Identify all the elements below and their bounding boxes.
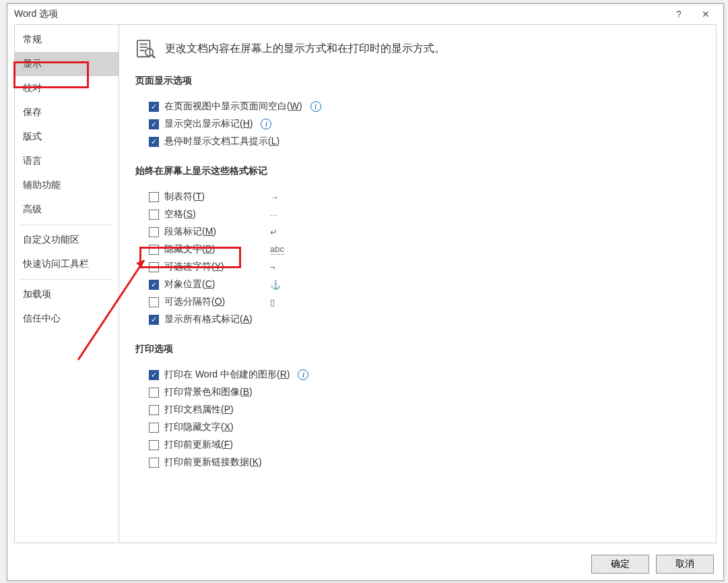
- option-row: 制表符(T)→: [135, 188, 700, 206]
- option-label[interactable]: 可选连字符(Y): [164, 261, 224, 273]
- info-icon[interactable]: i: [261, 119, 271, 129]
- option-label[interactable]: 显示所有格式标记(A): [164, 313, 253, 326]
- checkbox[interactable]: [149, 388, 159, 398]
- option-row: 悬停时显示文档工具提示(L): [135, 133, 700, 150]
- svg-line-5: [152, 55, 155, 58]
- option-label[interactable]: 打印前更新链接数据(K): [164, 456, 262, 468]
- option-label[interactable]: 可选分隔符(O): [164, 296, 225, 308]
- option-label[interactable]: 打印在 Word 中创建的图形(R): [164, 369, 290, 381]
- option-label[interactable]: 制表符(T): [164, 191, 205, 203]
- group-title: 页面显示选项: [135, 75, 700, 87]
- option-row: 可选分隔符(O)▯: [135, 293, 700, 311]
- nav-item-版式[interactable]: 版式: [15, 125, 119, 149]
- option-label[interactable]: 悬停时显示文档工具提示(L): [164, 135, 279, 148]
- option-label[interactable]: 段落标记(M): [164, 226, 216, 238]
- nav-separator: [20, 224, 113, 225]
- nav-item-快速访问工具栏[interactable]: 快速访问工具栏: [15, 252, 119, 276]
- checkbox[interactable]: [149, 315, 159, 325]
- dialog-title: Word 选项: [14, 8, 665, 20]
- word-options-dialog: Word 选项 ? ✕ 常规显示校对保存版式语言辅助功能高级自定义功能区快速访问…: [7, 3, 724, 581]
- option-row: 打印隐藏文字(X): [135, 419, 700, 436]
- option-row: 显示所有格式标记(A): [135, 311, 700, 328]
- checkbox[interactable]: [149, 440, 159, 450]
- nav-item-校对[interactable]: 校对: [15, 76, 119, 100]
- option-row: 打印在 Word 中创建的图形(R)i: [135, 366, 700, 383]
- checkbox[interactable]: [149, 210, 159, 220]
- option-label[interactable]: 对象位置(C): [164, 278, 215, 290]
- checkbox[interactable]: [149, 119, 159, 129]
- nav-item-保存[interactable]: 保存: [15, 100, 119, 125]
- nav-separator: [20, 279, 113, 280]
- checkbox[interactable]: [149, 405, 159, 415]
- option-label[interactable]: 显示突出显示标记(H): [164, 118, 253, 130]
- titlebar: Word 选项 ? ✕: [7, 4, 723, 24]
- nav-item-辅助功能[interactable]: 辅助功能: [15, 173, 119, 197]
- option-label[interactable]: 空格(S): [164, 208, 196, 220]
- ok-button[interactable]: 确定: [591, 555, 649, 574]
- nav-item-常规[interactable]: 常规: [15, 28, 119, 52]
- option-label[interactable]: 打印隐藏文字(X): [164, 421, 234, 433]
- option-row: 打印背景色和图像(B): [135, 383, 700, 401]
- checkbox[interactable]: [149, 297, 159, 307]
- format-mark-symbol: ↵: [270, 227, 277, 237]
- option-row: 打印前更新域(F): [135, 436, 700, 454]
- nav-item-信任中心[interactable]: 信任中心: [15, 307, 119, 331]
- checkbox[interactable]: [149, 137, 159, 147]
- checkbox[interactable]: [149, 262, 159, 272]
- checkbox[interactable]: [149, 370, 159, 380]
- option-row: 在页面视图中显示页面间空白(W)i: [135, 98, 700, 115]
- nav-item-自定义功能区[interactable]: 自定义功能区: [15, 228, 119, 252]
- group-print: 打印选项 打印在 Word 中创建的图形(R)i打印背景色和图像(B)打印文档属…: [135, 343, 700, 471]
- option-row: 可选连字符(Y)¬: [135, 258, 700, 276]
- close-button[interactable]: ✕: [692, 4, 719, 24]
- cancel-button[interactable]: 取消: [656, 555, 714, 574]
- content-pane: 更改文档内容在屏幕上的显示方式和在打印时的显示方式。 页面显示选项 在页面视图中…: [119, 24, 717, 543]
- format-mark-symbol: →: [270, 192, 279, 202]
- checkbox[interactable]: [149, 245, 159, 255]
- info-icon[interactable]: i: [298, 369, 308, 380]
- group-title: 始终在屏幕上显示这些格式标记: [135, 165, 700, 177]
- option-label[interactable]: 隐藏文字(D): [164, 243, 215, 255]
- display-options-icon: [135, 38, 156, 59]
- help-button[interactable]: ?: [665, 4, 692, 24]
- checkbox[interactable]: [149, 227, 159, 237]
- option-row: 打印文档属性(P): [135, 401, 700, 419]
- option-row: 对象位置(C)⚓: [135, 276, 700, 293]
- group-page-display: 页面显示选项 在页面视图中显示页面间空白(W)i显示突出显示标记(H)i悬停时显…: [135, 75, 700, 150]
- option-label[interactable]: 在页面视图中显示页面间空白(W): [164, 100, 302, 113]
- option-row: 空格(S)···: [135, 206, 700, 223]
- nav-item-语言[interactable]: 语言: [15, 149, 119, 173]
- format-mark-symbol: ▯: [270, 297, 275, 307]
- format-mark-symbol: ¬: [270, 262, 275, 272]
- info-icon[interactable]: i: [310, 101, 321, 112]
- category-nav: 常规显示校对保存版式语言辅助功能高级自定义功能区快速访问工具栏加载项信任中心: [14, 24, 119, 543]
- group-format-marks: 始终在屏幕上显示这些格式标记 制表符(T)→空格(S)···段落标记(M)↵隐藏…: [135, 165, 700, 328]
- group-title: 打印选项: [135, 343, 700, 355]
- option-label[interactable]: 打印前更新域(F): [164, 439, 233, 451]
- nav-item-高级[interactable]: 高级: [15, 197, 119, 222]
- nav-item-显示[interactable]: 显示: [15, 52, 119, 76]
- checkbox[interactable]: [149, 192, 159, 202]
- option-row: 打印前更新链接数据(K): [135, 454, 700, 471]
- nav-item-加载项[interactable]: 加载项: [15, 282, 119, 307]
- page-heading: 更改文档内容在屏幕上的显示方式和在打印时的显示方式。: [165, 42, 445, 56]
- option-row: 段落标记(M)↵: [135, 223, 700, 241]
- option-label[interactable]: 打印背景色和图像(B): [164, 386, 253, 398]
- checkbox[interactable]: [149, 458, 159, 468]
- checkbox[interactable]: [149, 102, 159, 112]
- checkbox[interactable]: [149, 280, 159, 290]
- dialog-footer: 确定 取消: [591, 555, 714, 574]
- checkbox[interactable]: [149, 423, 159, 433]
- format-mark-symbol: abc: [270, 244, 284, 255]
- option-row: 隐藏文字(D)abc: [135, 241, 700, 258]
- option-label[interactable]: 打印文档属性(P): [164, 404, 234, 416]
- format-mark-symbol: ···: [270, 210, 277, 220]
- option-row: 显示突出显示标记(H)i: [135, 115, 700, 133]
- format-mark-symbol: ⚓: [270, 280, 281, 290]
